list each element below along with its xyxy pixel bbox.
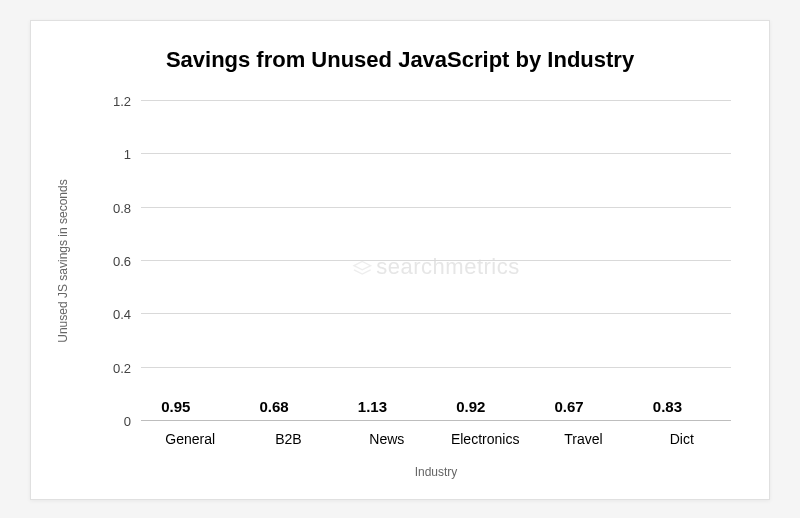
bar-value-label: 0.95 xyxy=(161,398,190,415)
y-tick-label: 0.6 xyxy=(113,254,131,269)
x-tick-label: News xyxy=(369,431,404,447)
y-tick-label: 0.8 xyxy=(113,200,131,215)
chart-card: Savings from Unused JavaScript by Indust… xyxy=(30,20,770,500)
x-tick-label: Travel xyxy=(564,431,602,447)
bars-container: 0.95General0.68B2B1.13News0.92Electronic… xyxy=(141,101,731,421)
x-axis-label: Industry xyxy=(415,465,458,479)
y-tick-label: 1 xyxy=(124,147,131,162)
bar-value-label: 0.67 xyxy=(554,398,583,415)
y-tick-label: 0.2 xyxy=(113,360,131,375)
x-tick-label: Dict xyxy=(670,431,694,447)
chart-title: Savings from Unused JavaScript by Indust… xyxy=(31,47,769,73)
bar-value-label: 0.68 xyxy=(259,398,288,415)
x-tick-label: B2B xyxy=(275,431,301,447)
bar-value-label: 0.92 xyxy=(456,398,485,415)
y-axis-label: Unused JS savings in seconds xyxy=(56,179,70,342)
bar-value-label: 1.13 xyxy=(358,398,387,415)
y-tick-label: 1.2 xyxy=(113,94,131,109)
x-tick-label: Electronics xyxy=(451,431,519,447)
y-tick-label: 0 xyxy=(124,414,131,429)
x-tick-label: General xyxy=(165,431,215,447)
chart-area: searchmetrics 00.20.40.60.811.2 0.95Gene… xyxy=(141,101,731,421)
y-tick-label: 0.4 xyxy=(113,307,131,322)
bar-value-label: 0.83 xyxy=(653,398,682,415)
